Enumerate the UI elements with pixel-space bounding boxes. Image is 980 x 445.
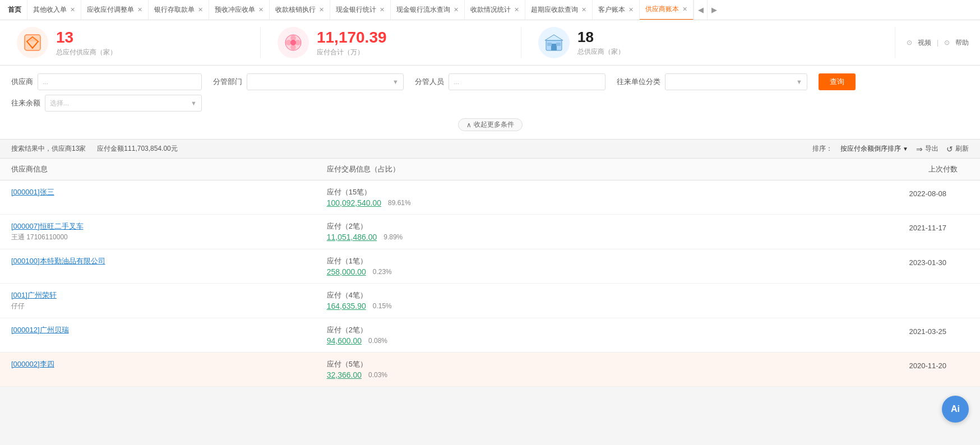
last-payment-date: 2021-03-25 [705,327,958,336]
supplier-name-link[interactable]: [000001]张三 [11,187,327,197]
transaction-percent: 0.15% [373,302,392,310]
export-icon: ⇒ [916,145,923,154]
amount-text: 应付金额111,703,854.00元 [97,144,177,154]
help-link-icon: ⊙ [944,39,950,47]
unit-class-select[interactable]: ▼ [665,73,807,90]
stat-icon-store [538,27,570,58]
transaction-row: 11,051,486.00 9.89% [327,233,705,242]
collapse-row: ∧ 收起更多条件 [11,116,969,135]
transaction-info-cell: 应付（1笔） 258,000.00 0.23% [327,256,705,276]
top-right-links: ⊙ 视频 | ⊙ 帮助 [895,38,969,48]
dept-select[interactable]: ▼ [247,73,404,90]
filter-item-unit-class: 往来单位分类 ▼ [617,73,807,90]
last-payment-cell: 2021-03-25 [705,325,969,336]
supplier-name-link[interactable]: [000002]李四 [11,359,327,369]
transaction-amount[interactable]: 94,600.00 [327,336,362,345]
supplier-name-link[interactable]: [000100]本特勤油品有限公司 [11,256,327,266]
transaction-amount[interactable]: 164,635.90 [327,302,366,310]
search-button[interactable]: 查询 [819,73,856,90]
transaction-amount[interactable]: 11,051,486.00 [327,233,377,242]
transaction-label: 应付（4笔） [327,290,705,300]
last-payment-cell [705,290,969,293]
transaction-amount[interactable]: 100,092,540.00 [327,198,381,207]
nav-tab-cash-bank-stat[interactable]: 现金银行统计 ✕ [330,0,391,20]
nav-tab-bank-deposit[interactable]: 银行存取款单 ✕ [149,0,209,20]
nav-tab-collection-stat[interactable]: 收款情况统计 ✕ [465,0,525,20]
supplier-info-cell: [000012]广州贝瑞 [11,325,327,335]
transaction-amount[interactable]: 258,000.00 [327,267,366,276]
balance-dropdown-arrow: ▼ [191,100,197,106]
supplier-name-link[interactable]: [000007]恒旺二手叉车 [11,221,327,231]
nav-tab-home[interactable]: 首页 [2,0,27,20]
svg-rect-11 [551,44,557,50]
svg-rect-12 [547,43,552,46]
stat-number-total-payable: 11,170.39 [317,28,387,47]
transaction-amount[interactable]: 32,366.00 [327,370,362,379]
supplier-name-link[interactable]: [001]广州荣轩 [11,290,327,300]
close-icon[interactable]: ✕ [70,6,75,13]
transaction-info-cell: 应付（5笔） 32,366.00 0.03% [327,359,705,379]
nav-arrow-left[interactable]: ◀ [694,0,707,20]
nav-tab-other-income-label: 其他收入单 [33,5,67,15]
stats-bar: 13 总应付供应商（家） 11,170.39 应付合计（万） [0,20,980,66]
nav-tab-overdue-query-label: 超期应收款查询 [531,5,578,15]
nav-tab-customer-account[interactable]: 客户账本 ✕ [593,0,640,20]
nav-tab-prepay-collect[interactable]: 预收冲应收单 ✕ [209,0,270,20]
close-icon[interactable]: ✕ [319,6,324,13]
close-icon[interactable]: ✕ [581,6,586,13]
dept-dropdown-arrow: ▼ [392,78,399,85]
person-filter-label: 分管人员 [415,77,444,87]
filter-item-supplier: 供应商 ... [11,73,202,90]
stat-info-total-suppliers: 18 总供应商（家） [577,29,625,57]
table-container: 供应商信息 应付交易信息（占比） 上次付数 [000001]张三 应付（15笔）… [0,159,980,387]
supplier-info-cell: [001]广州荣轩 仔仔 [11,290,327,311]
person-input-dots: ... [454,78,459,86]
close-icon[interactable]: ✕ [514,6,519,13]
table-scroll: [000001]张三 应付（15笔） 100,092,540.00 89.61%… [0,180,980,387]
close-icon[interactable]: ✕ [454,6,459,13]
stat-label-total-payable: 应付合计（万） [317,48,387,57]
last-payment-cell: 2023-01-30 [705,256,969,267]
col-header-transaction: 应付交易信息（占比） [327,164,705,174]
stat-label-suppliers-with-payable: 总应付供应商（家） [56,48,117,57]
stat-block-total-suppliers: 18 总供应商（家） [521,27,895,58]
sort-value[interactable]: 按应付余额倒序排序 ▼ [840,144,908,154]
video-link[interactable]: 视频 [918,38,931,48]
svg-point-8 [290,40,296,45]
close-icon[interactable]: ✕ [258,6,264,13]
close-icon[interactable]: ✕ [380,6,385,13]
table-row: [001]广州荣轩 仔仔 应付（4笔） 164,635.90 0.15% [0,284,980,318]
export-link[interactable]: ⇒ 导出 [916,144,939,154]
refresh-link[interactable]: ↺ 刷新 [946,144,969,154]
nav-arrow-right[interactable]: ▶ [707,0,720,20]
close-icon[interactable]: ✕ [137,6,142,13]
nav-tab-overdue-query[interactable]: 超期应收款查询 ✕ [525,0,593,20]
filter-item-person: 分管人员 ... [415,73,605,90]
nav-tab-ap-adj[interactable]: 应收应付调整单 ✕ [81,0,149,20]
supplier-name-link[interactable]: [000012]广州贝瑞 [11,325,327,335]
close-icon[interactable]: ✕ [198,6,203,13]
col-header-last-payment: 上次付数 [705,164,969,174]
supplier-info-cell: [000007]恒旺二手叉车 王通 17106110000 [11,221,327,242]
result-bar: 搜索结果中，供应商13家 应付金额111,703,854.00元 排序： 按应付… [0,140,980,159]
transaction-row: 94,600.00 0.08% [327,336,705,345]
filter-item-dept: 分管部门 ▼ [213,73,404,90]
close-icon[interactable]: ✕ [682,6,687,13]
collapse-up-icon: ∧ [466,121,471,129]
export-label: 导出 [925,144,939,154]
nav-tab-collection-exec[interactable]: 收款核销执行 ✕ [270,0,330,20]
nav-tab-cash-bank-query[interactable]: 现金银行流水查询 ✕ [391,0,465,20]
nav-tab-prepay-collect-label: 预收冲应收单 [215,5,255,15]
help-link[interactable]: 帮助 [955,38,969,48]
nav-tab-supplier-account[interactable]: 供应商账本 ✕ [640,0,694,20]
stat-info-suppliers-with-payable: 13 总应付供应商（家） [56,28,117,58]
transaction-label: 应付（2笔） [327,221,705,231]
nav-tab-other-income[interactable]: 其他收入单 ✕ [27,0,81,20]
collapse-button[interactable]: ∧ 收起更多条件 [458,118,523,131]
last-payment-date: 2022-08-08 [705,189,958,198]
balance-select[interactable]: 选择... ▼ [45,95,202,112]
supplier-input[interactable]: ... [38,73,202,90]
person-input[interactable]: ... [449,73,605,90]
unit-class-filter-label: 往来单位分类 [617,77,660,87]
close-icon[interactable]: ✕ [628,6,634,13]
